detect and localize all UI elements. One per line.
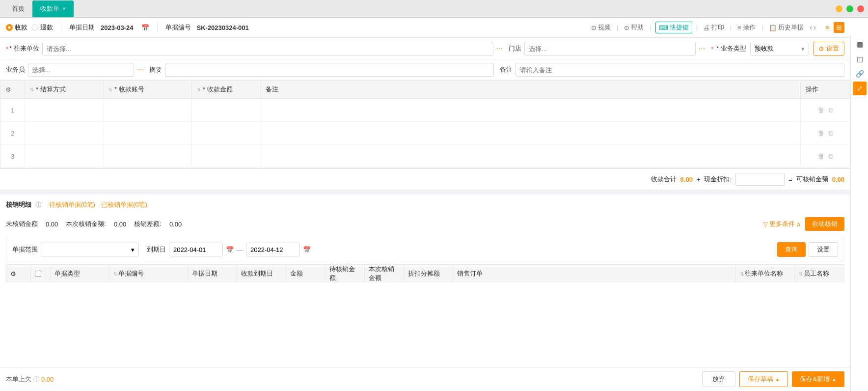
row-2-amount[interactable] bbox=[192, 122, 261, 144]
range-select[interactable]: ▾ bbox=[41, 243, 139, 256]
right-sidebar: ▦ ◫ 🔗 ⤢ bbox=[850, 35, 868, 391]
print-label: 打印 bbox=[711, 23, 724, 32]
bth-current: 本次核销金额 bbox=[365, 265, 404, 282]
row-1-amount[interactable] bbox=[192, 99, 261, 121]
history-btn[interactable]: 📋 历史单据 bbox=[767, 22, 806, 33]
current-cancel-label: 本次核销金额: bbox=[66, 220, 106, 228]
bth-sales-order: 销售订单 bbox=[453, 265, 736, 282]
calendar-from-icon[interactable]: 📅 bbox=[226, 246, 234, 253]
due-date-to-input[interactable] bbox=[246, 243, 300, 256]
help-label: 帮助 bbox=[631, 23, 644, 32]
due-date-from-input[interactable] bbox=[169, 243, 223, 256]
grid-view-icon[interactable]: ⊞ bbox=[834, 22, 844, 33]
print-btn[interactable]: 🖨 打印 bbox=[702, 22, 726, 33]
maximize-button[interactable] bbox=[846, 5, 853, 12]
settings-button[interactable]: ⚙ 设置 bbox=[813, 42, 844, 56]
range-label: 单据范围 bbox=[12, 245, 38, 254]
salesperson-input[interactable] bbox=[28, 63, 134, 77]
store-more-icon[interactable]: ··· bbox=[699, 44, 705, 53]
row-1-delete-icon[interactable]: 🗑 bbox=[817, 106, 824, 114]
row-2-settlement[interactable] bbox=[25, 122, 104, 144]
more-conditions-btn[interactable]: ▽ 更多条件 ∧ bbox=[763, 220, 801, 228]
row-3-copy-icon[interactable]: ⧉ bbox=[828, 152, 833, 161]
th-settings[interactable]: ⚙ bbox=[0, 81, 25, 98]
calendar-to-icon[interactable]: 📅 bbox=[303, 246, 311, 253]
video-btn[interactable]: ⊙ 视频 bbox=[589, 22, 613, 33]
discard-button[interactable]: 放弃 bbox=[702, 371, 735, 387]
table-settings-icon[interactable]: ⚙ bbox=[5, 86, 11, 93]
prev-arrow[interactable]: ‹ bbox=[810, 23, 812, 32]
business-type-select[interactable]: 预收款 ▾ bbox=[750, 42, 809, 56]
shortcut-btn[interactable]: ⌨ 快捷键 bbox=[655, 22, 692, 33]
counterpart-label: * 往来单位 bbox=[9, 44, 39, 53]
auto-cancel-btn[interactable]: 自动核销 bbox=[805, 217, 844, 231]
row-3-remark[interactable] bbox=[261, 145, 801, 168]
close-button[interactable] bbox=[857, 5, 864, 12]
row-1-num: 1 bbox=[0, 99, 25, 121]
row-3-delete-icon[interactable]: 🗑 bbox=[817, 152, 824, 160]
bth-check[interactable] bbox=[31, 265, 51, 282]
list-view-icon[interactable]: ≡ bbox=[822, 22, 833, 33]
help-btn[interactable]: ⊙ 帮助 bbox=[622, 22, 646, 33]
settings-icon: ⚙ bbox=[818, 45, 824, 53]
sidebar-icon-2[interactable]: ◫ bbox=[853, 52, 867, 66]
save-draft-button[interactable]: 保存草稿 ▲ bbox=[739, 371, 788, 387]
salesperson-more-icon[interactable]: ··· bbox=[137, 65, 143, 74]
diff-label: 核销差额: bbox=[134, 220, 162, 228]
tab-bar: 首页 收款单 × bbox=[0, 0, 868, 18]
done-tab[interactable]: 已核销单据(0笔) bbox=[99, 199, 149, 210]
store-input[interactable] bbox=[524, 42, 696, 56]
sidebar-icon-4[interactable]: ⤢ bbox=[853, 82, 867, 95]
discount-input[interactable] bbox=[735, 173, 785, 186]
bth-settings-icon[interactable]: ⚙ bbox=[10, 270, 16, 278]
sort-icon-account: ⇅ bbox=[108, 87, 112, 92]
sidebar-icon-3[interactable]: 🔗 bbox=[853, 67, 867, 81]
calendar-icon[interactable]: 📅 bbox=[141, 24, 149, 31]
row-2-copy-icon[interactable]: ⧉ bbox=[828, 129, 833, 138]
sidebar-icon-1[interactable]: ▦ bbox=[853, 37, 867, 51]
row-1-account[interactable] bbox=[104, 99, 192, 121]
summary-label: 摘要 bbox=[149, 65, 162, 74]
row-1-copy-icon[interactable]: ⧉ bbox=[828, 106, 833, 114]
reconcile-tabs: 待核销单据(0笔) 已核销单据(0笔) bbox=[47, 199, 149, 210]
next-arrow[interactable]: › bbox=[814, 23, 816, 32]
row-3-account[interactable] bbox=[104, 145, 192, 168]
summary-input[interactable] bbox=[165, 63, 494, 77]
reconcile-section: 核销明细 ⓘ 待核销单据(0笔) 已核销单据(0笔) 未核销金额 0.00 本次… bbox=[0, 195, 850, 317]
row-2-remark[interactable] bbox=[261, 122, 801, 144]
row-3-amount[interactable] bbox=[192, 145, 261, 168]
tab-close-icon[interactable]: × bbox=[62, 5, 66, 12]
salesperson-field: 业务员 ··· bbox=[6, 63, 143, 77]
bth-due: 收款到期日 bbox=[237, 265, 286, 282]
total-label: 收款合计 bbox=[651, 175, 677, 184]
bth-checkbox[interactable] bbox=[35, 271, 41, 277]
refund-radio[interactable]: 退款 bbox=[31, 23, 53, 32]
bottom-table-header: ⚙ 单据类型 ⇅ 单据编号 单据日期 收款到期日 bbox=[6, 264, 844, 282]
row-3-settlement[interactable] bbox=[25, 145, 104, 168]
tab-active-label: 收款单 bbox=[40, 4, 59, 13]
row-2-delete-icon[interactable]: 🗑 bbox=[817, 129, 824, 137]
minimize-button[interactable] bbox=[836, 5, 842, 12]
row-2-num: 2 bbox=[0, 122, 25, 144]
row-1-remark[interactable] bbox=[261, 99, 801, 121]
bth-pending-label: 待核销金额 bbox=[329, 265, 360, 282]
receipt-radio[interactable]: 收款 bbox=[6, 23, 27, 32]
remark-input[interactable] bbox=[515, 63, 844, 77]
query-button[interactable]: 查询 bbox=[777, 242, 806, 257]
tab-active[interactable]: 收款单 × bbox=[32, 0, 74, 17]
bth-settings[interactable]: ⚙ bbox=[6, 265, 31, 282]
bth-due-label: 收款到期日 bbox=[241, 269, 273, 278]
save-draft-label: 保存草稿 bbox=[748, 375, 773, 384]
business-type-label: * 业务类型 bbox=[716, 44, 746, 53]
filter-settings-button[interactable]: 设置 bbox=[809, 242, 838, 257]
counterpart-more-icon[interactable]: ··· bbox=[496, 44, 503, 53]
row-2-account[interactable] bbox=[104, 122, 192, 144]
save-new-button[interactable]: 保存&新增 ▲ bbox=[792, 371, 844, 387]
toolbar-right: ⊙ 视频 | ⊙ 帮助 | ⌨ 快捷键 | 🖨 打印 | bbox=[589, 22, 844, 33]
counterpart-input[interactable] bbox=[42, 42, 493, 56]
operation-btn[interactable]: ≡ 操作 bbox=[735, 22, 758, 33]
filter-icon: ▽ bbox=[763, 221, 768, 228]
pending-tab[interactable]: 待核销单据(0笔) bbox=[47, 199, 97, 210]
tab-home[interactable]: 首页 bbox=[4, 0, 32, 17]
row-1-settlement[interactable] bbox=[25, 99, 104, 121]
